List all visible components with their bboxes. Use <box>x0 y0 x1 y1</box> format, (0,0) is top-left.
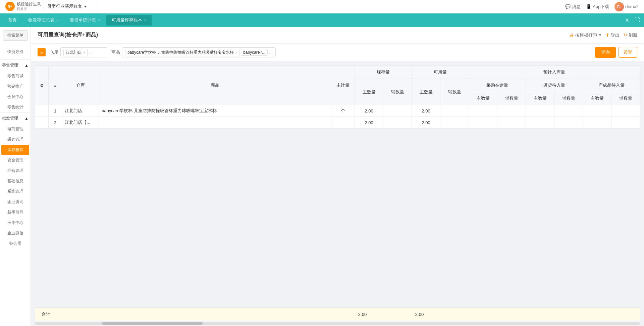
refresh-btn[interactable]: ↻ 刷新 <box>624 32 637 38</box>
chevron-icon-wholesale: ▲ <box>24 116 29 121</box>
filter-more-product[interactable]: ... <box>269 50 273 55</box>
sidebar-section-retail: 零售管理 ▲ 零售商城 营销推广 会员中心 零售统计 <box>0 60 31 113</box>
print-btn[interactable]: 🖨 按模板打印 ▼ <box>570 32 602 38</box>
sidebar-item-app-center[interactable]: 应用中心 <box>0 218 31 228</box>
tab-order-stats-close[interactable]: × <box>98 18 100 22</box>
print-label: 按模板打印 <box>575 32 597 38</box>
td-avail-aux <box>440 117 469 129</box>
td-settings[interactable] <box>35 105 49 117</box>
search-menu-btn[interactable]: 搜索菜单 <box>3 30 28 41</box>
app-download-label: App下载 <box>593 4 609 10</box>
tab-available-ledger[interactable]: 可用量库存账本 × <box>106 15 152 26</box>
sidebar-item-collab[interactable]: 企业协同 <box>0 197 31 207</box>
sidebar-item-inventory[interactable]: 库存核算 <box>1 145 29 155</box>
sidebar-section-retail-header[interactable]: 零售管理 ▲ <box>0 60 31 71</box>
logo-sub: 标准版 <box>17 7 41 11</box>
filter-more-warehouse[interactable]: ... <box>89 50 93 55</box>
content-area: 可用量查询(按仓库+商品) 🖨 按模板打印 ▼ ⬆ 导出 ↻ 刷新 » <box>31 27 644 326</box>
th-incoming-main: 主数量 <box>526 92 554 105</box>
td-stock-main: 2.00 <box>355 117 383 129</box>
sidebar-section-wholesale-label: 批发管理 <box>2 115 18 121</box>
logo-name: 畅捷通好生意 <box>17 2 41 6</box>
scroll-bar-track[interactable] <box>35 322 640 325</box>
top-bar: 好 畅捷通好生意 标准版 母婴行业演示账套 ▼ 💬 消息 📱 App下载 Ea … <box>0 0 644 13</box>
sidebar-item-operations[interactable]: 经营管理 <box>0 166 31 176</box>
print-icon: 🖨 <box>570 33 574 38</box>
sidebar-section-wholesale-header[interactable]: 批发管理 ▲ <box>0 113 31 124</box>
filter-expand-btn[interactable]: » <box>38 48 46 56</box>
scroll-bar-thumb[interactable] <box>102 322 203 325</box>
th-production-main: 主数量 <box>583 92 611 105</box>
message-action[interactable]: 💬 消息 <box>565 4 581 10</box>
product-tag1: babycare学饮杯 儿童防摔防撞吸管杯重力球吸嘴杯宝宝水杯 × <box>125 49 239 56</box>
sidebar-item-finance[interactable]: 资金管理 <box>0 155 31 166</box>
sidebar-item-purchase[interactable]: 采购管理 <box>0 134 31 145</box>
tab-available-ledger-label: 可用量库存账本 <box>112 17 142 23</box>
td-no: 1 <box>49 105 62 117</box>
td-purchase-transit-main <box>469 105 497 117</box>
product-tag1-value: babycare学饮杯 儿童防摔防撞吸管杯重力球吸嘴杯宝宝水杯 <box>127 50 234 55</box>
app-download-action[interactable]: 📱 App下载 <box>586 4 609 10</box>
tab-order-stats[interactable]: 要货单统计表 × <box>64 15 105 26</box>
td-incoming-main <box>526 105 554 117</box>
warehouse-tag-remove[interactable]: × <box>83 50 85 54</box>
filter-bar: » 仓库 江北门店 × ... 商品 babycare学饮杯 儿童防摔防撞吸管杯… <box>31 44 644 61</box>
sidebar-quick-nav: 快捷导航 <box>0 44 31 60</box>
warehouse-tag-value: 江北门店 <box>66 50 82 55</box>
td-avail-main: 2.00 <box>412 105 440 117</box>
sidebar-item-marketing[interactable]: 营销推广 <box>0 81 31 92</box>
message-label: 消息 <box>572 4 581 10</box>
chevron-icon-retail: ▲ <box>24 63 29 68</box>
tenant-selector[interactable]: 母婴行业演示账套 ▼ <box>44 2 97 11</box>
warehouse-tag: 江北门店 × <box>63 49 88 56</box>
table-row: 2江北门店【...2.002.00 <box>35 117 640 129</box>
sidebar-item-retail-shop[interactable]: 零售商城 <box>0 71 31 81</box>
query-btn[interactable]: 查询 <box>595 47 616 58</box>
td-incoming-main <box>526 117 554 129</box>
sidebar-item-retail-stats[interactable]: 零售统计 <box>0 102 31 112</box>
tab-home[interactable]: 首页 <box>3 15 22 26</box>
td-unit: 个 <box>331 105 355 117</box>
export-label: 导出 <box>611 32 620 38</box>
scroll-bar-container <box>31 321 644 326</box>
sidebar-item-system[interactable]: 系统管理 <box>0 186 31 197</box>
th-incoming-aux: 辅数量 <box>554 92 583 105</box>
tab-receipt-summary-close[interactable]: × <box>56 18 58 22</box>
table-footer: 合计 2.00 2.00 <box>35 307 640 321</box>
page-title: 可用量查询(按仓库+商品) <box>38 32 98 43</box>
footer-stock-main: 2.00 <box>348 312 377 317</box>
tab-available-ledger-close[interactable]: × <box>144 18 146 22</box>
sidebar-item-vip[interactable]: 畅会员 <box>0 238 31 249</box>
sidebar-item-new-guide[interactable]: 新手引导 <box>0 207 31 218</box>
logo-icon: 好 <box>5 2 15 11</box>
tab-receipt-summary[interactable]: 收发存汇总表 × <box>23 15 64 26</box>
warehouse-input[interactable]: 江北门店 × ... <box>60 47 107 57</box>
td-stock-aux <box>383 105 412 117</box>
user-area[interactable]: Ea demo2 <box>614 2 639 11</box>
td-warehouse: 江北门店 <box>62 105 99 117</box>
sidebar-item-ecommerce[interactable]: 电商管理 <box>0 124 31 134</box>
sidebar-section-wholesale: 批发管理 ▲ 电商管理 采购管理 库存核算 资金管理 经营管理 基础信息 系统管… <box>0 113 31 249</box>
chevron-print: ▼ <box>598 33 602 37</box>
td-avail-main: 2.00 <box>412 117 440 129</box>
fullscreen-btn[interactable]: ⛶ <box>633 16 641 25</box>
product-tag1-remove[interactable]: × <box>235 50 237 54</box>
sidebar: 搜索菜单 快捷导航 零售管理 ▲ 零售商城 营销推广 会员中心 零售统计 批发管… <box>0 27 31 326</box>
phone-icon: 📱 <box>586 4 591 9</box>
table-row: 1江北门店babycare学饮杯 儿童防摔防撞吸管杯重力球吸嘴杯宝宝水杯个2.0… <box>35 105 640 117</box>
avatar: Ea <box>614 2 624 11</box>
th-settings[interactable]: ⚙ <box>35 66 49 105</box>
sidebar-item-members[interactable]: 会员中心 <box>0 92 31 102</box>
th-avail-main: 主数量 <box>412 79 440 105</box>
page-header: 可用量查询(按仓库+商品) 🖨 按模板打印 ▼ ⬆ 导出 ↻ 刷新 <box>31 27 644 44</box>
settings-btn[interactable]: 设置 <box>619 47 637 58</box>
export-btn[interactable]: ⬆ 导出 <box>606 32 620 38</box>
close-all-btn[interactable]: ✕ <box>624 16 631 25</box>
product-input[interactable]: babycare学饮杯 儿童防摔防撞吸管杯重力球吸嘴杯宝宝水杯 × babyca… <box>122 47 276 57</box>
sidebar-item-quick-nav[interactable]: 快捷导航 <box>0 46 31 57</box>
sidebar-item-basic-info[interactable]: 基础信息 <box>0 176 31 186</box>
td-settings[interactable] <box>35 117 49 129</box>
sidebar-item-wechat[interactable]: 企业微信 <box>0 228 31 238</box>
td-production-main <box>583 117 611 129</box>
th-avail-aux: 辅数量 <box>440 79 469 105</box>
